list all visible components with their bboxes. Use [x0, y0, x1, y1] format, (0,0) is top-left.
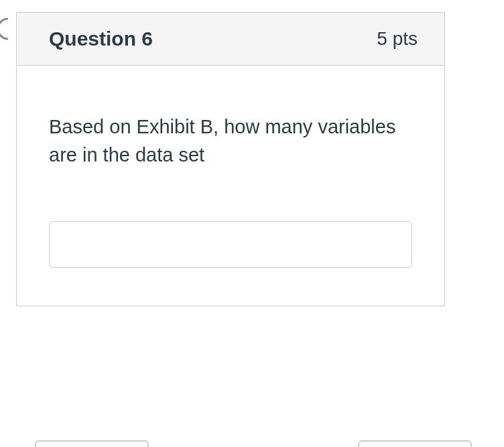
question-marker-icon — [0, 17, 8, 40]
question-title: Question 6 — [49, 27, 153, 50]
answer-input[interactable] — [49, 221, 412, 268]
prev-button-edge — [35, 440, 149, 447]
next-button-edge — [358, 440, 472, 447]
question-card: Question 6 5 pts Based on Exhibit B, how… — [16, 12, 445, 306]
bottom-edge — [0, 438, 504, 447]
question-header: Question 6 5 pts — [17, 13, 444, 66]
question-body: Based on Exhibit B, how many variables a… — [17, 66, 444, 306]
question-points: 5 pts — [377, 28, 418, 50]
question-prompt: Based on Exhibit B, how many variables a… — [49, 113, 412, 169]
